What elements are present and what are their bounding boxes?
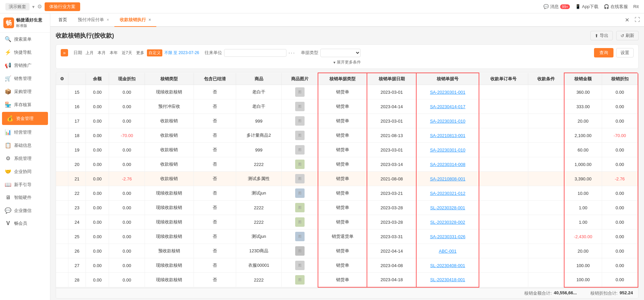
date-btn-custom[interactable]: 自定义 xyxy=(147,49,162,56)
tab-home[interactable]: 首页 xyxy=(53,13,72,27)
date-btn-cur-year[interactable]: 本年 xyxy=(108,49,119,56)
bill-no-link[interactable]: SA-20230331-026 xyxy=(430,234,466,239)
td-include-settled: 否 xyxy=(194,128,236,143)
th-settings[interactable]: ⚙ xyxy=(56,73,68,85)
enterprise-icon: 🤝 xyxy=(5,168,11,175)
bill-no-link[interactable]: SL-20230408-001 xyxy=(430,263,465,268)
bill-no-link[interactable]: SA-20210808-001 xyxy=(430,176,466,181)
bill-type-select[interactable]: 销货单 销货退货单 xyxy=(320,49,361,57)
td-receipt-condition xyxy=(528,186,564,201)
td-balance: 0.00 xyxy=(86,229,109,244)
td-write-off-type: 收款核销 xyxy=(145,172,194,186)
export-btn[interactable]: ⬆ 导出 xyxy=(590,31,613,40)
td-receipt-order-no xyxy=(479,229,528,244)
sidebar-item-marketing[interactable]: 📢 营销推广 xyxy=(0,59,50,72)
td-bill-date: 2021-08-13 xyxy=(367,128,416,143)
td-receipt-condition xyxy=(528,215,564,229)
td-receipt-order-no xyxy=(479,172,528,186)
td-bill-category: 销货单 xyxy=(318,172,367,186)
td-goods-img: 图 xyxy=(282,215,318,229)
table-row: 17 0.00 0.00 收款核销 否 999 图 销货单 2023-03-01… xyxy=(56,114,638,128)
tab-close-btn[interactable]: ✕ xyxy=(624,16,631,24)
bill-no-link[interactable]: SL-20230418-001 xyxy=(430,277,465,282)
td-seq: 27 xyxy=(68,258,86,273)
online-service-area[interactable]: 🎧 在线客服 xyxy=(604,4,628,10)
td-seq: 18 xyxy=(68,128,86,143)
query-btn[interactable]: 查询 xyxy=(594,48,613,57)
expand-more-btn[interactable]: ▾ 展开更多条件 xyxy=(333,59,361,65)
sidebar-item-inventory[interactable]: 🏪 库存核算 xyxy=(0,98,50,111)
td-settings xyxy=(56,201,68,215)
sidebar-item-basics[interactable]: 📋 基础信息 xyxy=(0,139,50,152)
tab-writeoff[interactable]: 收款核销执行 × xyxy=(114,13,156,27)
member-icon: V xyxy=(5,220,11,226)
bill-no-link[interactable]: SA-20210813-001 xyxy=(430,133,466,138)
sidebar-item-enterprise[interactable]: 🤝 企业协同 xyxy=(0,165,50,178)
td-goods-img: 图 xyxy=(282,229,318,244)
td-cash-discount: -70.00 xyxy=(109,128,145,143)
sidebar-item-label: 企业协同 xyxy=(14,169,32,175)
tab-expand-btn[interactable]: ⛶ xyxy=(633,16,641,24)
notification-area[interactable]: 💬 消息 99+ xyxy=(543,4,570,10)
sidebar-nav: 🔍 搜索菜单 ⚡ 快捷导航 📢 营销推广 🛒 销售管理 📦 采购管理 🏪 xyxy=(0,33,50,300)
sidebar-item-operations[interactable]: 📊 经营管理 xyxy=(0,126,50,139)
sidebar-item-label: 基础信息 xyxy=(14,142,32,148)
td-write-off-type: 预付冲应收 xyxy=(145,99,194,114)
sidebar-item-sales[interactable]: 🛒 销售管理 xyxy=(0,72,50,85)
td-settings xyxy=(56,229,68,244)
app-download-area[interactable]: 📱 App下载 xyxy=(575,4,598,10)
td-write-off-discount: 0.00 xyxy=(602,229,638,244)
td-goods-img: 图 xyxy=(282,85,318,99)
td-settings xyxy=(56,99,68,114)
partner-label: 往来单位 xyxy=(205,50,222,56)
bill-no-link[interactable]: SA-20230301-010 xyxy=(430,147,466,153)
td-cash-discount: 0.00 xyxy=(109,99,145,114)
refresh-btn[interactable]: ↺ 刷新 xyxy=(616,31,639,40)
sidebar-item-shortcut[interactable]: ⚡ 快捷导航 xyxy=(0,46,50,59)
notification-badge: 99+ xyxy=(560,4,570,9)
date-btn-prev-month[interactable]: 上月 xyxy=(84,49,95,56)
sidebar-item-finance[interactable]: 💰 资金管理 xyxy=(2,112,48,125)
partner-input[interactable] xyxy=(224,49,286,57)
setting-btn[interactable]: 设置 xyxy=(616,48,634,57)
td-write-off-amount: 2,100.00 xyxy=(564,128,602,143)
bill-no-link[interactable]: SL-20230328-001 xyxy=(430,205,465,210)
date-btns: 上月 本月 本年 近7天 更多 自定义 xyxy=(84,49,162,56)
td-goods-img: 图 xyxy=(282,128,318,143)
tab-writeoff-close[interactable]: × xyxy=(149,17,151,22)
date-btn-more[interactable]: 更多 xyxy=(135,49,146,56)
bill-no-link[interactable]: SA-20230414-017 xyxy=(430,104,466,109)
sidebar-item-purchase[interactable]: 📦 采购管理 xyxy=(0,85,50,98)
sidebar-item-system[interactable]: ⚙ 系统管理 xyxy=(0,152,50,165)
settings-icon[interactable]: ⚙ xyxy=(37,3,42,10)
filter-expand-btn[interactable]: » xyxy=(61,49,68,56)
bill-no-link[interactable]: SL-20230328-002 xyxy=(430,220,465,225)
td-write-off-type: 收款核销 xyxy=(145,128,194,143)
dropdown-icon[interactable]: ▾ xyxy=(32,4,35,9)
td-bill-category: 销货单 xyxy=(318,143,367,157)
filter-date: 日期 上月 本月 本年 近7天 更多 自定义 不限 至 2023-07-26 xyxy=(73,49,199,56)
sidebar-item-search[interactable]: 🔍 搜索菜单 xyxy=(0,33,50,46)
bill-no-link[interactable]: ABC-001 xyxy=(439,249,457,254)
page-title: 收款核销执行(按收款) xyxy=(56,32,114,40)
industry-btn[interactable]: 体验行业方案 xyxy=(45,2,80,11)
sidebar-item-guide[interactable]: 📖 新手引导 xyxy=(0,178,50,191)
bill-no-link[interactable]: SA-20230314-008 xyxy=(430,162,466,167)
bill-no-link[interactable]: SA-20230321-012 xyxy=(430,191,466,196)
td-include-settled: 否 xyxy=(194,143,236,157)
top-bar: 演示账套 ▾ ⚙ 体验行业方案 💬 消息 99+ 📱 App下载 🎧 在线客服 … xyxy=(0,0,644,13)
table-row: 24 0.00 0.00 现续收款核销 否 2222 图 销货单 2023-03… xyxy=(56,215,638,229)
td-receipt-condition xyxy=(528,143,564,157)
date-btn-7days[interactable]: 近7天 xyxy=(120,49,133,56)
tab-prepay-close[interactable]: × xyxy=(107,17,109,22)
tab-prepay-label: 预付冲应付单 xyxy=(78,17,104,23)
sidebar-item-hardware[interactable]: 🖥 智能硬件 xyxy=(0,191,50,204)
bill-no-link[interactable]: SA-20230301-001 xyxy=(430,90,466,95)
bill-no-link[interactable]: SA-20230301-010 xyxy=(430,119,466,124)
sidebar-item-member[interactable]: V 畅会员 xyxy=(0,217,50,230)
company-name[interactable]: 演示账套 xyxy=(5,3,30,10)
user-name[interactable]: Rit xyxy=(633,4,639,9)
tab-prepay[interactable]: 预付冲应付单 × xyxy=(72,13,114,27)
date-btn-cur-month[interactable]: 本月 xyxy=(96,49,107,56)
sidebar-item-wechat[interactable]: 💬 企业微信 xyxy=(0,204,50,217)
